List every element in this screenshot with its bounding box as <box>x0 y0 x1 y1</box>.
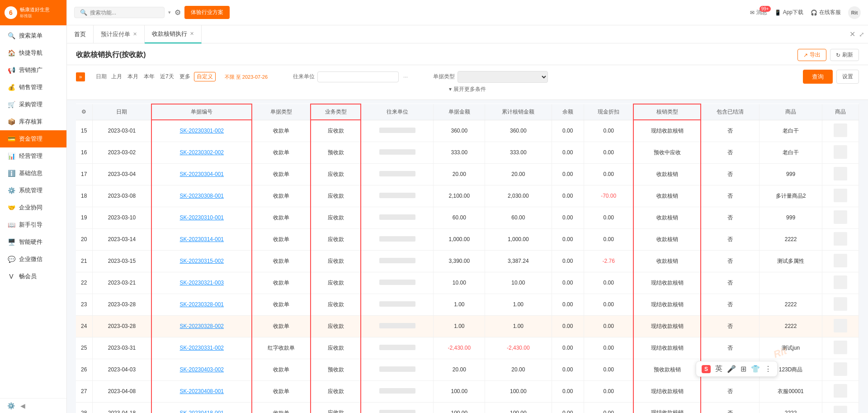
tab-close-all-icon[interactable]: ✕ <box>849 30 855 38</box>
bill-no-link[interactable]: SK-20230310-001 <box>180 214 224 221</box>
cell-bill-amount: -2,430.00 <box>434 337 485 359</box>
sidebar-item-operation[interactable]: 📊 经营管理 <box>0 147 66 165</box>
tab-close-icon[interactable]: ✕ <box>190 31 194 37</box>
query-button[interactable]: 查询 <box>803 70 833 84</box>
sidebar-item-quick-nav[interactable]: 🏠 快捷导航 <box>0 44 66 62</box>
table-row[interactable]: 25 2023-03-31 SK-20230331-002 红字收款单 应收款 … <box>76 337 859 359</box>
sidebar-item-marketing[interactable]: 📢 营销推广 <box>0 62 66 79</box>
partner-filter-input[interactable] <box>317 71 399 82</box>
search-input[interactable] <box>90 9 153 16</box>
sidebar-item-search[interactable]: 🔍 搜索菜单 <box>0 27 66 44</box>
im-grid-icon[interactable]: ⊞ <box>741 365 746 373</box>
solution-button[interactable]: 体验行业方案 <box>184 6 230 19</box>
cell-accum-verify: 10.00 <box>485 272 552 294</box>
tab-pre-pay[interactable]: 预计应付单 ✕ <box>94 25 145 43</box>
bill-type-filter-select[interactable] <box>458 71 548 83</box>
cell-bill-type: 收款单 <box>252 402 311 413</box>
cell-goods: 2222 <box>760 402 822 413</box>
top-header: 🔍 ▾ ⚙ 体验行业方案 ✉ 消息 99+ 📱 App下载 🎧 在线客服 Rit <box>67 0 868 25</box>
bill-no-link[interactable]: SK-20230418-001 <box>180 410 224 413</box>
table-row[interactable]: 15 2023-03-01 SK-20230301-002 收款单 应收款 36… <box>76 120 859 142</box>
sidebar-item-label: 畅会员 <box>19 272 37 280</box>
table-row[interactable]: 24 2023-03-28 SK-20230328-002 收款单 应收款 1.… <box>76 315 859 337</box>
table-settings-icon[interactable]: ⚙ <box>81 109 86 115</box>
settings-button[interactable]: 设置 <box>836 70 859 84</box>
table-row[interactable]: 19 2023-03-10 SK-20230310-001 收款单 应收款 60… <box>76 207 859 228</box>
expand-more-conditions[interactable]: ▾ 展开更多条件 <box>76 84 859 95</box>
export-button[interactable]: ↗ 导出 <box>797 49 826 61</box>
filter-expand-icon[interactable]: » <box>76 72 85 81</box>
im-menu-icon[interactable]: ⋮ <box>764 365 772 373</box>
messages-button[interactable]: ✉ 消息 99+ <box>750 9 767 16</box>
date-this-year-btn[interactable]: 本年 <box>142 72 156 81</box>
table-row[interactable]: 21 2023-03-15 SK-20230315-002 收款单 应收款 3,… <box>76 250 859 272</box>
im-mic-icon[interactable]: 🎤 <box>727 365 736 373</box>
date-last-month-btn[interactable]: 上月 <box>109 72 124 81</box>
bill-no-link[interactable]: SK-20230315-002 <box>180 258 224 264</box>
bill-no-link[interactable]: SK-20230302-002 <box>180 149 224 156</box>
bill-no-link[interactable]: SK-20230321-003 <box>180 280 224 286</box>
table-row[interactable]: 27 2023-04-08 SK-20230408-001 收款单 应收款 10… <box>76 380 859 402</box>
finance-icon: 💳 <box>7 135 15 142</box>
sidebar-item-cooperation[interactable]: 🤝 企业协同 <box>0 199 66 216</box>
cell-balance: 0.00 <box>552 315 584 337</box>
sidebar-item-wechat[interactable]: 💬 企业微信 <box>0 251 66 268</box>
tab-home[interactable]: 首页 <box>67 25 94 43</box>
dropdown-arrow-icon[interactable]: ▾ <box>168 9 171 15</box>
date-custom-btn[interactable]: 自定义 <box>194 72 216 81</box>
cell-cash-discount: 0.00 <box>584 272 633 294</box>
bill-no-link[interactable]: SK-20230403-002 <box>180 366 224 373</box>
date-more-btn[interactable]: 更多 <box>178 72 192 81</box>
im-lang-label[interactable]: 英 <box>715 364 722 374</box>
bill-no-link[interactable]: SK-20230328-002 <box>180 323 224 329</box>
sidebar-item-member[interactable]: V 畅会员 <box>0 268 66 285</box>
cell-cash-discount: 0.00 <box>584 380 633 402</box>
sidebar-item-system[interactable]: ⚙️ 系统管理 <box>0 182 66 199</box>
member-icon: V <box>7 273 15 280</box>
app-download-button[interactable]: 📱 App下载 <box>774 9 803 16</box>
sidebar-item-hardware[interactable]: 🖥️ 智能硬件 <box>0 233 66 251</box>
cell-bill-no: SK-20230308-001 <box>151 185 252 207</box>
table-row[interactable]: 28 2023-04-18 SK-20230418-001 收款单 应收款 10… <box>76 402 859 413</box>
sidebar-item-sales[interactable]: 💰 销售管理 <box>0 79 66 96</box>
user-avatar[interactable]: Rit <box>848 6 861 19</box>
sidebar-item-purchase[interactable]: 🛒 采购管理 <box>0 96 66 113</box>
search-box[interactable]: 🔍 <box>74 7 165 18</box>
date-this-month-btn[interactable]: 本月 <box>126 72 140 81</box>
th-settings[interactable]: ⚙ <box>76 104 92 120</box>
bill-no-link[interactable]: SK-20230408-001 <box>180 388 224 394</box>
table-row[interactable]: 18 2023-03-08 SK-20230308-001 收款单 应收款 2,… <box>76 185 859 207</box>
tab-close-icon[interactable]: ✕ <box>133 31 137 37</box>
sidebar-settings-icon[interactable]: ⚙️ <box>7 402 15 409</box>
tab-maximize-icon[interactable]: ⤢ <box>859 31 864 38</box>
table-row[interactable]: 22 2023-03-21 SK-20230321-003 收款单 应收款 10… <box>76 272 859 294</box>
refresh-button[interactable]: ↻ 刷新 <box>830 49 859 61</box>
sidebar-item-label: 库存核算 <box>19 118 42 126</box>
table-row[interactable]: 17 2023-03-04 SK-20230304-001 收款单 应收款 20… <box>76 163 859 185</box>
table-row[interactable]: 23 2023-03-28 SK-20230328-001 收款单 应收款 1.… <box>76 294 859 315</box>
bill-no-link[interactable]: SK-20230308-001 <box>180 193 224 199</box>
bill-no-link[interactable]: SK-20230301-002 <box>180 128 224 134</box>
input-method-bar: S 英 🎤 ⊞ 👕 ⋮ <box>696 361 778 377</box>
im-shirt-icon[interactable]: 👕 <box>751 365 760 373</box>
table-row[interactable]: 16 2023-03-02 SK-20230302-002 收款单 预收款 33… <box>76 142 859 163</box>
sidebar-item-finance[interactable]: 💳 资金管理 <box>0 130 66 147</box>
bill-no-link[interactable]: SK-20230304-001 <box>180 171 224 177</box>
sidebar-item-basic[interactable]: ℹ️ 基础信息 <box>0 165 66 182</box>
cell-accum-verify: 20.00 <box>485 163 552 185</box>
date-7days-btn[interactable]: 近7天 <box>158 72 176 81</box>
online-service-label: 在线客服 <box>819 9 841 16</box>
cell-goods <box>760 272 822 294</box>
online-service-button[interactable]: 🎧 在线客服 <box>811 9 841 16</box>
tab-collection-verify[interactable]: 收款核销执行 ✕ <box>145 25 202 43</box>
gear-icon[interactable]: ⚙ <box>175 8 181 17</box>
bill-no-link[interactable]: SK-20230331-002 <box>180 345 224 351</box>
bill-no-link[interactable]: SK-20230328-001 <box>180 301 224 308</box>
sidebar-item-guide[interactable]: 📖 新手引导 <box>0 216 66 233</box>
sidebar-item-inventory[interactable]: 📦 库存核算 <box>0 113 66 130</box>
cell-bill-amount: 1,000.00 <box>434 228 485 250</box>
bill-no-link[interactable]: SK-20230314-001 <box>180 236 224 242</box>
table-row[interactable]: 20 2023-03-14 SK-20230314-001 收款单 应收款 1,… <box>76 228 859 250</box>
cell-bill-no: SK-20230304-001 <box>151 163 252 185</box>
sidebar-collapse-icon[interactable]: ◀ <box>20 402 25 409</box>
